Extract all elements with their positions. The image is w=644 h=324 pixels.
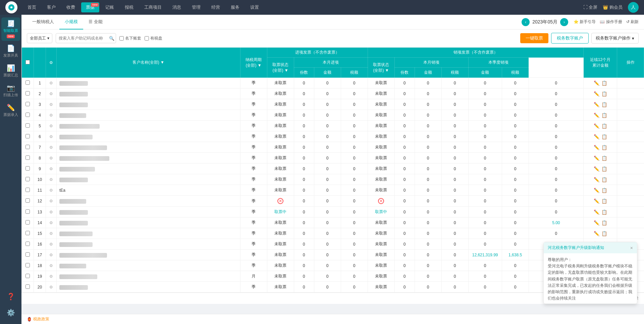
edit-icon[interactable]: ✏️ — [594, 155, 599, 161]
row-settings[interactable]: ⚙ — [46, 260, 57, 271]
row-settings[interactable]: ⚙ — [46, 153, 57, 164]
row-checkbox[interactable] — [25, 231, 30, 235]
row-checkbox[interactable] — [25, 80, 30, 85]
fullscreen-btn[interactable]: ⛶ 全屏 — [583, 4, 598, 10]
row-settings[interactable]: ⚙ — [46, 207, 57, 217]
row-checkbox[interactable] — [25, 198, 30, 203]
settings-row-icon[interactable]: ⚙ — [49, 177, 53, 182]
sidebar-item-票据汇总[interactable]: 📊 票据汇总 — [1, 62, 20, 80]
edit-icon[interactable]: ✏️ — [594, 102, 599, 107]
row-settings[interactable]: ⚙ — [46, 142, 57, 153]
sidebar-item-智能取票[interactable]: 🧾 智能取票 new — [1, 17, 20, 41]
nav-service[interactable]: 服务 — [226, 2, 244, 12]
app-logo[interactable] — [5, 1, 17, 13]
edit-icon[interactable]: ✏️ — [594, 145, 599, 150]
tab-general-taxpayer[interactable]: 一般纳税人 — [27, 15, 59, 29]
row-settings[interactable]: ⚙ — [46, 185, 57, 196]
avatar[interactable]: 人 — [628, 2, 639, 13]
th-out-status[interactable]: 取票状态(全部) ▼ — [368, 58, 394, 78]
edit-icon[interactable]: ✏️ — [594, 80, 599, 86]
sidebar-help[interactable]: ❓ — [1, 290, 20, 303]
settings-row-icon[interactable]: ⚙ — [49, 167, 53, 171]
row-checkbox[interactable] — [25, 102, 30, 106]
th-in-status[interactable]: 取票状态(全部) ▼ — [267, 58, 294, 78]
row-settings[interactable]: ⚙ — [46, 239, 57, 250]
nav-message[interactable]: 消息 — [168, 2, 186, 12]
edit-icon[interactable]: ✏️ — [594, 91, 599, 96]
tab-small-scale[interactable]: 小规模 — [59, 15, 83, 29]
nav-home[interactable]: 首页 — [23, 2, 41, 12]
checkbox-subaccount-input[interactable] — [119, 36, 124, 41]
edit-icon[interactable]: ✏️ — [594, 113, 599, 118]
copy-icon[interactable]: 📋 — [601, 91, 607, 96]
settings-row-icon[interactable]: ⚙ — [49, 188, 53, 193]
nav-ticket[interactable]: 票据 new — [81, 2, 99, 12]
digital-account-operation-button[interactable]: 税务数字账户操作 ▾ — [591, 33, 639, 44]
row-settings[interactable]: ⚙ — [46, 78, 57, 88]
copy-icon[interactable]: 📋 — [601, 198, 607, 204]
row-checkbox[interactable] — [25, 220, 30, 224]
sidebar-item-票据录入[interactable]: ✏️ 票据录入 — [1, 102, 20, 120]
row-settings[interactable]: ⚙ — [46, 88, 57, 99]
settings-row-icon[interactable]: ⚙ — [49, 134, 53, 139]
sidebar-item-扫描上传[interactable]: 📷 扫描上传 — [1, 82, 20, 100]
refresh-btn[interactable]: ↺ 刷新 — [626, 19, 639, 25]
row-checkbox[interactable] — [25, 134, 30, 138]
next-month-btn[interactable]: › — [560, 18, 568, 26]
edit-icon[interactable]: ✏️ — [594, 177, 599, 182]
select-all-checkbox[interactable] — [25, 60, 30, 64]
copy-icon[interactable]: 📋 — [601, 209, 607, 215]
copy-icon[interactable]: 📋 — [601, 113, 607, 118]
guide-btn[interactable]: ⭐ 新手引导 — [574, 19, 596, 25]
error-icon[interactable]: ✕ — [378, 198, 384, 204]
settings-row-icon[interactable]: ⚙ — [49, 253, 53, 257]
edit-icon[interactable]: ✏️ — [594, 134, 599, 139]
edit-icon[interactable]: ✏️ — [594, 166, 599, 172]
nav-fee[interactable]: 收费 — [62, 2, 80, 12]
nav-operation[interactable]: 经营 — [207, 2, 225, 12]
row-checkbox[interactable] — [25, 91, 30, 95]
tax-policy-label[interactable]: 税政政策 — [33, 316, 49, 322]
settings-row-icon[interactable]: ⚙ — [49, 124, 53, 128]
digital-account-button[interactable]: 税务数字账户 — [551, 33, 589, 44]
row-settings[interactable]: ⚙ — [46, 228, 57, 239]
th-name[interactable]: 客户名称(全部) ▼ — [57, 48, 240, 78]
employee-select[interactable]: 全部员工 ▾ — [27, 33, 52, 43]
checkbox-taxpad-input[interactable] — [145, 36, 149, 41]
row-checkbox[interactable] — [25, 145, 30, 149]
copy-icon[interactable]: 📋 — [601, 80, 607, 86]
nav-customer[interactable]: 客户 — [42, 2, 60, 12]
row-settings[interactable]: ⚙ — [46, 282, 57, 293]
copy-icon[interactable]: 📋 — [601, 123, 607, 129]
row-settings[interactable]: ⚙ — [46, 217, 57, 228]
error-icon[interactable]: ✕ — [277, 198, 283, 204]
row-settings[interactable]: ⚙ — [46, 99, 57, 110]
settings-row-icon[interactable]: ⚙ — [49, 285, 53, 289]
checkbox-subaccount[interactable]: 名下账套 — [119, 36, 141, 41]
row-checkbox[interactable] — [25, 113, 30, 117]
settings-row-icon[interactable]: ⚙ — [49, 231, 53, 236]
edit-icon[interactable]: ✏️ — [594, 209, 599, 215]
row-settings[interactable]: ⚙ — [46, 196, 57, 207]
row-checkbox[interactable] — [25, 242, 30, 246]
nav-tax[interactable]: 报税 — [120, 2, 138, 12]
row-settings[interactable]: ⚙ — [46, 131, 57, 142]
edit-icon[interactable]: ✏️ — [594, 198, 599, 204]
settings-row-icon[interactable]: ⚙ — [49, 242, 53, 247]
row-checkbox[interactable] — [25, 284, 30, 289]
one-click-fetch-button[interactable]: 一键取票 — [520, 33, 548, 43]
member-btn[interactable]: 👑 购会员 — [603, 4, 623, 10]
settings-row-icon[interactable]: ⚙ — [49, 145, 53, 150]
copy-icon[interactable]: 📋 — [601, 102, 607, 107]
copy-icon[interactable]: 📋 — [601, 134, 607, 139]
row-settings[interactable]: ⚙ — [46, 164, 57, 174]
row-checkbox[interactable] — [25, 209, 30, 214]
edit-icon[interactable]: ✏️ — [594, 188, 599, 193]
row-checkbox[interactable] — [25, 274, 30, 278]
copy-icon[interactable]: 📋 — [601, 231, 607, 236]
row-settings[interactable]: ⚙ — [46, 271, 57, 282]
search-input[interactable] — [59, 36, 109, 41]
settings-row-icon[interactable]: ⚙ — [49, 81, 53, 85]
settings-row-icon[interactable]: ⚙ — [49, 156, 53, 160]
copy-icon[interactable]: 📋 — [601, 220, 607, 225]
